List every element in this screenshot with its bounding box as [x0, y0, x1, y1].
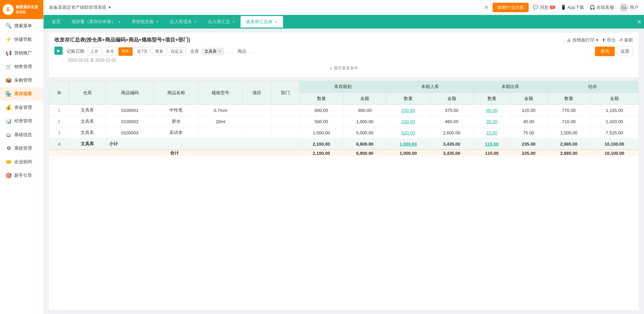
sidebar-item-purchase[interactable]: 📦 采购管理 [0, 73, 43, 87]
sidebar-item-operations[interactable]: 📊 经营管理 [0, 114, 43, 128]
row-closing-amount: 1,155.00 [591, 105, 639, 116]
warehouse-tag-close[interactable]: ✕ [218, 49, 221, 54]
tab-stock-distribution[interactable]: 现存量（库存分布表） ✕ [66, 16, 126, 28]
row-out-qty[interactable]: 15.00 [473, 127, 510, 138]
close-all-tabs[interactable]: ✕ [637, 19, 641, 25]
row-goods-code: 0100001 [105, 105, 154, 116]
tab-close-batch-account[interactable]: ✕ [156, 20, 159, 24]
sidebar-item-inventory[interactable]: 🏪 库存核算 [0, 87, 43, 101]
sidebar-item-search[interactable]: 🔍 搜索菜单 [0, 19, 43, 33]
date-btn-custom[interactable]: 自定义 [168, 47, 186, 56]
query-button[interactable]: 查询 [595, 47, 615, 56]
system-icon: ⚙ [5, 145, 12, 151]
app-download-action[interactable]: 📱 App下载 [561, 4, 584, 11]
sidebar-item-marketing[interactable]: 📢 营销推广 [0, 46, 43, 60]
total-closing-amount: 10,100.00 [591, 150, 639, 156]
quick-nav-icon: ⚡ [5, 36, 12, 43]
sidebar-item-newbie[interactable]: 🎯 新手引导 [0, 169, 43, 182]
tab-close-stock-distribution[interactable]: ✕ [118, 20, 121, 24]
total-label: 合计 [49, 150, 300, 156]
export-button[interactable]: ⬆ 导出 [602, 37, 616, 43]
row-out-qty[interactable]: 20.00 [473, 116, 510, 127]
warehouse-tag: 文具库 ✕ [202, 48, 224, 55]
app-logo-icon: 6 [3, 4, 14, 15]
row-in-qty[interactable]: 520.00 [386, 127, 430, 138]
subtotal-closing-amount: 10,100.00 [591, 138, 639, 150]
user-action[interactable]: Ea 用户 [620, 3, 639, 12]
tab-receive-send[interactable]: 收发存汇总表 ✕ [241, 16, 283, 28]
th-department: 部门 [271, 81, 300, 105]
message-action[interactable]: 💬 消息 6 [533, 4, 555, 11]
total-closing-qty: 2,985.00 [547, 150, 591, 156]
row-warehouse: 文具库 [69, 127, 105, 138]
sidebar-item-enterprise[interactable]: 🤝 企业协同 [0, 155, 43, 169]
tab-batch-account[interactable]: 库存批次账 ✕ [126, 16, 164, 28]
chevron-down-icon: ∨ [329, 66, 332, 71]
row-in-amount: 375.00 [430, 105, 474, 116]
goods-filter-dots[interactable]: ... [249, 48, 255, 54]
row-closing-amount: 7,525.00 [591, 127, 639, 138]
sidebar-item-quick-nav[interactable]: ⚡ 快捷导航 [0, 33, 43, 46]
th-in-amount: 金额 [430, 93, 474, 105]
row-in-qty[interactable]: 250.00 [386, 105, 430, 116]
row-warehouse: 文具库 [69, 116, 105, 127]
th-settings: ⚙ [49, 81, 69, 105]
settings-button[interactable]: 设置 [617, 47, 633, 56]
date-btn-this-year[interactable]: 本年 [118, 47, 133, 56]
topbar: 装备及固定资产辅助管理系统 ▾ ⚙ 体验行业方案 💬 消息 6 📱 App下载 … [44, 0, 644, 15]
subtotal-num: 4 [49, 138, 69, 150]
online-service-action[interactable]: 🎧 在线客服 [590, 4, 614, 11]
tab-close-inout-summary[interactable]: ✕ [232, 20, 235, 24]
sidebar-item-basic[interactable]: 🗂 基础信息 [0, 128, 43, 142]
main-area: 装备及固定资产辅助管理系统 ▾ ⚙ 体验行业方案 💬 消息 6 📱 App下载 … [44, 0, 644, 314]
th-goods-name: 商品名称 [154, 81, 198, 105]
table-settings-icon[interactable]: ⚙ [57, 90, 61, 95]
row-out-qty[interactable]: 80.00 [473, 105, 510, 116]
sidebar-item-system[interactable]: ⚙ 系统管理 [0, 142, 43, 155]
date-btn-more[interactable]: 更多 [152, 47, 166, 56]
total-out-qty: 115.00 [473, 150, 510, 156]
subtotal-out-qty[interactable]: 115.00 [473, 138, 510, 150]
table-row: 2 文具库 0100002 胶水 20ml 500.00 1,000.00 23… [49, 116, 639, 127]
subtotal-label: 小计 [105, 138, 300, 150]
refresh-button[interactable]: ↺ 刷新 [619, 37, 633, 43]
print-button[interactable]: 🖨 按模板打印 ▾ [567, 37, 598, 43]
expand-conditions-btn[interactable]: ∨ 展开更多条件 [329, 65, 358, 71]
tab-inout-summary[interactable]: 出入库汇总 ✕ [202, 16, 241, 28]
experience-button[interactable]: 体验行业方案 [493, 3, 529, 12]
sidebar-item-finance[interactable]: 💰 资金管理 [0, 101, 43, 114]
tab-close-receive-send[interactable]: ✕ [275, 20, 278, 24]
message-icon: 💬 [533, 5, 538, 10]
row-in-qty[interactable]: 230.00 [386, 116, 430, 127]
date-btn-7days[interactable]: 近7天 [134, 47, 151, 56]
settings-gear-icon[interactable]: ⚙ [484, 5, 489, 10]
finance-icon: 💰 [5, 104, 12, 111]
enterprise-icon: 🤝 [5, 159, 12, 165]
system-title[interactable]: 装备及固定资产辅助管理系统 ▾ [49, 4, 480, 11]
sidebar-item-sales[interactable]: 🛒 销售管理 [0, 60, 43, 73]
row-department [271, 105, 300, 116]
filter-bar: 记账日期 上月 本月 本年 近7天 更多 自定义 仓库 [67, 47, 633, 56]
page-header-actions: 🖨 按模板打印 ▾ ⬆ 导出 ↺ 刷新 [567, 37, 633, 43]
subtotal-in-qty[interactable]: 1,000.00 [386, 138, 430, 150]
th-in-group: 本期入库 [386, 81, 473, 93]
tab-inout-flow[interactable]: 出入库流水 ✕ [164, 16, 202, 28]
row-opening-amount: 5,000.00 [343, 127, 386, 138]
sales-icon: 🛒 [5, 64, 12, 70]
total-row: 合计 2,100.00 6,900.00 1,000.00 3,435.00 1… [49, 150, 639, 156]
tab-close-inout-flow[interactable]: ✕ [194, 20, 197, 24]
collapse-arrow-btn[interactable]: ▶ [54, 47, 63, 55]
page-content: 收发存汇总表(按仓库+商品编码+商品+规格型号+项目+部门) 🖨 按模板打印 ▾… [44, 29, 644, 314]
date-btn-last-month[interactable]: 上月 [87, 47, 101, 56]
date-range-display: 2023-01-01 至 2023-12-31 [67, 57, 633, 63]
purchase-icon: 📦 [5, 77, 12, 83]
page-title-row: 收发存汇总表(按仓库+商品编码+商品+规格型号+项目+部门) 🖨 按模板打印 ▾… [54, 37, 633, 43]
search-icon: 🔍 [5, 23, 12, 29]
warehouse-filter-dots[interactable]: ... [227, 48, 233, 54]
subtotal-closing-qty: 2,985.00 [547, 138, 591, 150]
row-project [243, 105, 271, 116]
date-btn-this-month[interactable]: 本月 [103, 47, 117, 56]
row-project [243, 127, 271, 138]
tab-home[interactable]: 首页 [46, 16, 66, 28]
chevron-down-icon: ▾ [596, 37, 598, 43]
